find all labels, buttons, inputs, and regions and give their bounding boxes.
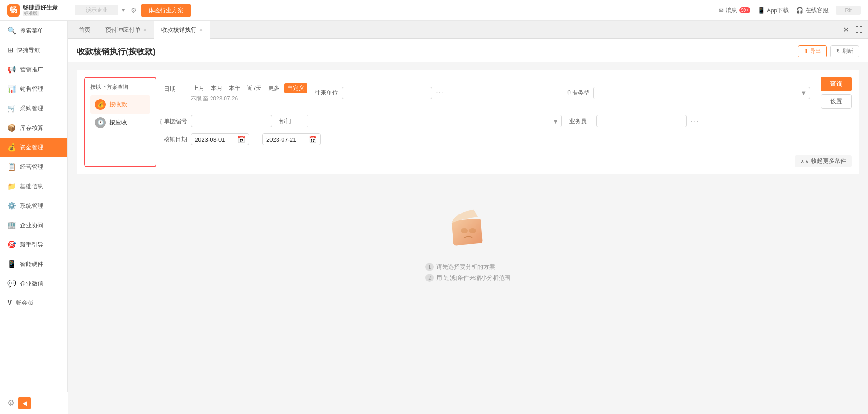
dropdown-icon[interactable]: ▼	[120, 7, 126, 14]
sidebar-item-purchase[interactable]: 🛒 采购管理	[0, 99, 67, 118]
sidebar-item-guide[interactable]: 🎯 新手引导	[0, 235, 67, 254]
tab-collection-close[interactable]: ×	[199, 27, 203, 33]
doc-type-select[interactable]	[593, 87, 810, 99]
wechat-icon: 💬	[7, 279, 16, 288]
query-button[interactable]: 查询	[821, 77, 852, 91]
filter-panel: 按以下方案查询 💰 按收款 🕐 按应收 《 日期	[77, 70, 859, 174]
sidebar-label-purchase: 采购管理	[20, 105, 43, 113]
message-label: 消息	[726, 6, 737, 14]
date-more[interactable]: 更多	[266, 83, 282, 93]
gear-icon[interactable]: ⚙	[131, 6, 137, 14]
guide-icon: 🎯	[7, 240, 16, 249]
sidebar-label-operations: 经营管理	[20, 163, 43, 171]
date-last-month[interactable]: 上月	[191, 83, 206, 93]
sidebar-item-quick-nav[interactable]: ⊞ 快捷导航	[0, 40, 67, 60]
date-filter-group: 日期 上月 本月 本年 近7天 更多 自定义 不限 至 2023-07-26	[164, 83, 307, 103]
partner-label: 往来单位	[315, 89, 338, 97]
verify-date-to-input[interactable]	[266, 136, 307, 143]
sidebar-item-vip[interactable]: V 畅会员	[0, 293, 67, 334]
tab-bar: 首页 预付冲应付单 × 收款核销执行 × ✕ ⛶	[68, 21, 868, 39]
operations-icon: 📋	[7, 162, 16, 171]
doc-num-input[interactable]	[191, 115, 272, 127]
online-service-btn[interactable]: 🎧 在线客服	[796, 6, 829, 14]
salesperson-input[interactable]	[596, 115, 687, 127]
dept-select[interactable]	[307, 115, 562, 127]
receivable-icon: 🕐	[95, 117, 106, 128]
empty-tip-2-text: 用[过滤]条件来缩小分析范围	[436, 274, 510, 282]
sidebar-item-system[interactable]: ⚙️ 系统管理	[0, 196, 67, 215]
sidebar-item-wechat[interactable]: 💬 企业微信	[0, 274, 67, 293]
doc-type-label: 单据类型	[566, 89, 590, 97]
query-type-panel: 按以下方案查询 💰 按收款 🕐 按应收 《	[84, 77, 156, 167]
partner-input[interactable]	[342, 87, 432, 99]
query-by-receivable[interactable]: 🕐 按应收	[90, 114, 150, 132]
export-button[interactable]: ⬆ 导出	[798, 45, 826, 57]
solution-button[interactable]: 体验行业方案	[141, 4, 191, 17]
app-download-btn[interactable]: 📱 App下载	[758, 6, 789, 14]
hardware-icon: 📱	[7, 260, 16, 268]
tab-home[interactable]: 首页	[71, 21, 98, 39]
sidebar-label-inventory: 库存核算	[20, 124, 43, 132]
sidebar-label-basic-info: 基础信息	[20, 182, 43, 190]
date-last-7-days[interactable]: 近7天	[245, 83, 264, 93]
sidebar-item-sales[interactable]: 📊 销售管理	[0, 79, 67, 99]
sidebar-item-finance[interactable]: 💰 资金管理	[0, 138, 67, 157]
online-service-label: 在线客服	[805, 6, 829, 14]
collapse-arrow-icon[interactable]: 《	[156, 117, 163, 127]
verify-date-to-calendar-icon[interactable]: 📅	[309, 136, 316, 143]
sidebar-label-search-menu: 搜索菜单	[20, 27, 43, 35]
enterprise-icon: 🏢	[7, 221, 16, 229]
sidebar-collapse-button[interactable]: ◀	[18, 397, 31, 409]
tab-close-all-button[interactable]: ✕	[841, 24, 851, 36]
collapse-arrow-up-icon: ∧∧	[800, 158, 809, 165]
dept-filter: 部门 ▼	[279, 115, 562, 127]
doc-type-select-wrap: ▼	[593, 87, 810, 99]
sidebar-label-enterprise: 企业协同	[20, 221, 43, 229]
top-right-area: ✉ 消息 99+ 📱 App下载 🎧 在线客服 Rit	[719, 6, 861, 15]
tab-collection-label: 收款核销执行	[161, 26, 197, 34]
filter-row-2: 单据编号 部门 ▼ 业务员	[164, 115, 852, 127]
empty-tips: 1 请先选择要分析的方案 2 用[过滤]条件来缩小分析范围	[425, 263, 510, 282]
company-area[interactable]: 演示企业 ▼	[75, 5, 126, 15]
sidebar-settings-icon[interactable]: ⚙	[7, 398, 14, 408]
vip-icon: V	[7, 299, 12, 307]
refresh-button[interactable]: ↻ 刷新	[830, 45, 859, 57]
query-by-collection[interactable]: 💰 按收款	[90, 95, 150, 114]
tab-prepay-label: 预付冲应付单	[105, 26, 141, 34]
tab-collection-offset[interactable]: 收款核销执行 ×	[154, 21, 210, 39]
date-this-year[interactable]: 本年	[227, 83, 242, 93]
empty-tip-2: 2 用[过滤]条件来缩小分析范围	[425, 274, 510, 282]
export-icon: ⬆	[804, 48, 808, 54]
date-this-month[interactable]: 本月	[209, 83, 224, 93]
verify-date-to-wrap: 📅	[262, 133, 321, 145]
by-collection-label: 按收款	[109, 100, 127, 109]
collapse-more-row: ∧∧ 收起更多条件	[164, 152, 852, 167]
verify-date-from-input[interactable]	[195, 136, 236, 143]
logo-area: 畅 畅捷通好生意 标准版	[7, 4, 71, 17]
inventory-icon: 📦	[7, 124, 16, 132]
sidebar-item-search-menu[interactable]: 🔍 搜索菜单	[0, 21, 67, 40]
setting-button[interactable]: 设置	[821, 94, 852, 109]
page-actions: ⬆ 导出 ↻ 刷新	[798, 45, 859, 57]
version-badge: 标准版	[23, 11, 39, 16]
tab-prepay-close[interactable]: ×	[143, 27, 146, 33]
collapse-more-button[interactable]: ∧∧ 收起更多条件	[795, 155, 852, 167]
message-btn[interactable]: ✉ 消息 99+	[719, 6, 750, 14]
tab-expand-button[interactable]: ⛶	[854, 24, 864, 36]
sidebar-item-marketing[interactable]: 📢 营销推广	[0, 60, 67, 79]
phone-icon: 📱	[758, 7, 765, 14]
sidebar-item-basic-info[interactable]: 📁 基础信息	[0, 176, 67, 196]
empty-tip-1-text: 请先选择要分析的方案	[436, 263, 495, 271]
partner-ellipsis[interactable]: ···	[436, 89, 444, 97]
sidebar-item-inventory[interactable]: 📦 库存核算	[0, 118, 67, 138]
tab-actions: ✕ ⛶	[841, 24, 864, 36]
sidebar-item-operations[interactable]: 📋 经营管理	[0, 157, 67, 176]
doc-num-filter: 单据编号	[164, 115, 272, 127]
date-custom[interactable]: 自定义	[284, 83, 307, 93]
sidebar-item-hardware[interactable]: 📱 智能硬件	[0, 254, 67, 274]
salesperson-ellipsis[interactable]: ···	[690, 117, 699, 125]
verify-date-from-calendar-icon[interactable]: 📅	[237, 136, 245, 143]
user-area[interactable]: Rit	[836, 6, 861, 15]
sidebar-item-enterprise[interactable]: 🏢 企业协同	[0, 215, 67, 235]
tab-prepay-offset[interactable]: 预付冲应付单 ×	[98, 21, 154, 39]
